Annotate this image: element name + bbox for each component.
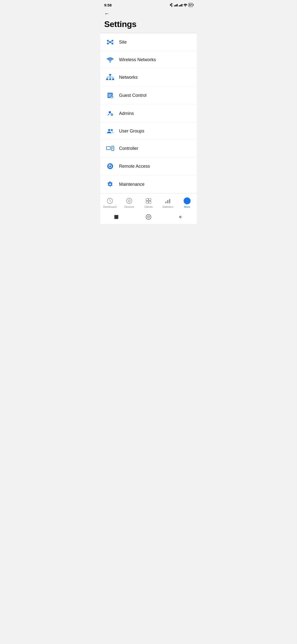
svg-point-5 xyxy=(112,42,113,44)
svg-point-4 xyxy=(107,42,109,44)
remote-label: Remote Access xyxy=(119,164,150,169)
svg-rect-22 xyxy=(108,95,111,96)
settings-item-usergroups[interactable]: User Groups xyxy=(100,122,197,140)
svg-rect-50 xyxy=(169,199,170,203)
guest-icon xyxy=(105,92,115,99)
settings-item-wireless[interactable]: Wireless Networks xyxy=(100,51,197,68)
site-label: Site xyxy=(119,40,127,45)
signal-bars-1 xyxy=(174,4,178,6)
status-bar: 9:58 87 xyxy=(100,0,197,9)
bluetooth-icon xyxy=(170,3,173,7)
settings-item-admins[interactable]: Admins xyxy=(100,104,197,122)
svg-rect-54 xyxy=(114,215,118,219)
svg-point-3 xyxy=(112,40,113,42)
usergroups-label: User Groups xyxy=(119,128,144,134)
settings-item-guest[interactable]: Guest Control xyxy=(100,86,197,104)
networks-icon xyxy=(105,74,115,81)
nav-item-devices[interactable]: Devices xyxy=(120,198,139,208)
wifi-status-icon xyxy=(183,4,187,7)
svg-point-55 xyxy=(146,214,151,220)
svg-point-40 xyxy=(109,184,111,185)
controller-label: Controller xyxy=(119,146,138,151)
devices-nav-label: Devices xyxy=(124,205,134,208)
svg-rect-14 xyxy=(112,78,114,80)
settings-list: Site Wireless Networks xyxy=(100,33,197,193)
statistics-nav-icon xyxy=(164,198,171,204)
settings-item-remote[interactable]: Remote Access xyxy=(100,157,197,175)
wireless-label: Wireless Networks xyxy=(119,57,156,62)
svg-point-43 xyxy=(128,200,130,202)
status-icons: 87 xyxy=(170,3,193,7)
svg-rect-21 xyxy=(108,94,112,94)
maintenance-label: Maintenance xyxy=(119,182,145,187)
clients-nav-label: Clients xyxy=(144,205,153,208)
svg-rect-44 xyxy=(146,198,148,201)
svg-rect-34 xyxy=(112,146,114,150)
svg-point-51 xyxy=(185,200,186,201)
svg-point-42 xyxy=(126,198,132,204)
svg-rect-48 xyxy=(165,201,166,203)
svg-point-1 xyxy=(109,41,111,43)
dashboard-nav-label: Dashboard xyxy=(103,205,117,208)
settings-item-networks[interactable]: Networks xyxy=(100,68,197,86)
svg-rect-12 xyxy=(106,78,108,80)
svg-rect-37 xyxy=(112,148,113,149)
nav-item-more[interactable]: More xyxy=(177,198,197,208)
signal-bars-2 xyxy=(179,4,182,6)
admins-icon xyxy=(105,110,115,117)
svg-point-56 xyxy=(148,216,149,218)
svg-point-30 xyxy=(111,129,113,131)
svg-rect-11 xyxy=(109,74,111,76)
bottom-nav: Dashboard Devices Clients xyxy=(100,193,197,211)
svg-rect-23 xyxy=(108,96,110,97)
svg-point-28 xyxy=(108,129,110,131)
settings-item-controller[interactable]: Controller xyxy=(100,140,197,157)
page-title: Settings xyxy=(104,19,193,29)
dashboard-nav-icon xyxy=(106,198,113,204)
header-back: ← xyxy=(100,9,197,17)
more-nav-icon xyxy=(184,198,191,204)
maintenance-icon xyxy=(105,181,115,188)
back-button[interactable]: ← xyxy=(104,11,110,16)
admins-label: Admins xyxy=(119,111,134,116)
devices-nav-icon xyxy=(126,198,133,204)
sys-home-btn[interactable] xyxy=(145,214,152,220)
settings-item-site[interactable]: Site xyxy=(100,33,197,51)
svg-rect-45 xyxy=(149,198,151,201)
svg-point-0 xyxy=(185,6,186,7)
svg-rect-49 xyxy=(167,200,168,203)
svg-rect-36 xyxy=(112,148,113,148)
nav-item-dashboard[interactable]: Dashboard xyxy=(100,198,120,208)
battery-icon: 87 xyxy=(188,3,193,7)
sys-back-btn[interactable] xyxy=(177,214,184,220)
site-icon xyxy=(105,39,115,46)
svg-point-10 xyxy=(110,62,111,63)
svg-rect-46 xyxy=(146,201,148,203)
usergroups-icon xyxy=(105,128,115,134)
system-nav xyxy=(100,211,197,224)
sys-square-btn[interactable] xyxy=(113,214,120,220)
more-circle xyxy=(184,198,191,204)
battery-level: 87 xyxy=(189,4,192,6)
controller-icon xyxy=(105,145,115,152)
page-title-section: Settings xyxy=(100,17,197,33)
svg-point-52 xyxy=(187,200,188,201)
nav-item-clients[interactable]: Clients xyxy=(139,198,158,208)
nav-item-statistics[interactable]: Statistics xyxy=(158,198,177,208)
svg-rect-32 xyxy=(107,147,110,149)
remote-icon xyxy=(105,163,115,170)
svg-point-53 xyxy=(188,200,189,201)
svg-point-26 xyxy=(109,111,111,114)
statistics-nav-label: Statistics xyxy=(162,205,173,208)
svg-rect-47 xyxy=(149,201,151,203)
svg-rect-35 xyxy=(112,147,113,148)
svg-rect-13 xyxy=(109,78,111,80)
svg-point-2 xyxy=(107,40,109,42)
networks-label: Networks xyxy=(119,75,138,80)
more-nav-label: More xyxy=(184,205,190,208)
status-time: 9:58 xyxy=(104,3,112,7)
settings-item-maintenance[interactable]: Maintenance xyxy=(100,175,197,193)
clients-nav-icon xyxy=(145,198,152,204)
guest-label: Guest Control xyxy=(119,93,147,98)
wireless-icon xyxy=(105,57,115,63)
